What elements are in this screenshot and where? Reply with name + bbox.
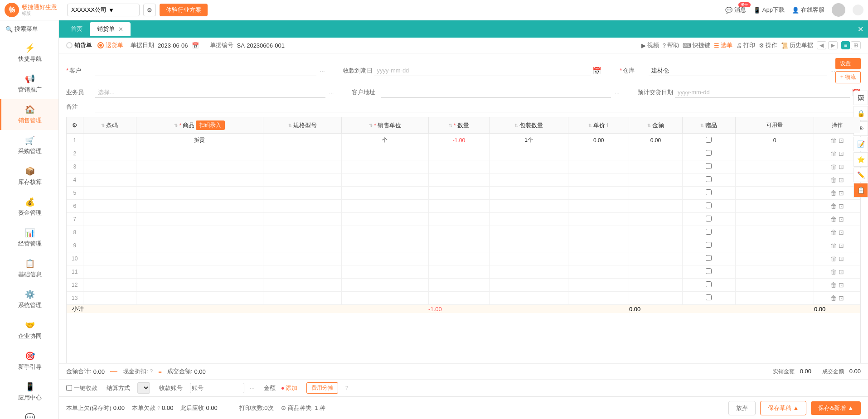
- cell-unit-price[interactable]: [568, 239, 629, 252]
- radio-return[interactable]: 退货单: [97, 41, 123, 49]
- cell-unit[interactable]: [342, 292, 428, 305]
- info-icon[interactable]: ℹ: [606, 122, 609, 129]
- float-note-icon[interactable]: 📝: [853, 137, 868, 151]
- abandon-button[interactable]: 放弃: [728, 401, 756, 415]
- sort-icon[interactable]: ⇅: [101, 123, 105, 128]
- gift-checkbox[interactable]: [706, 137, 712, 143]
- delete-icon[interactable]: 🗑: [830, 202, 837, 210]
- cell-pack-qty[interactable]: [490, 279, 568, 292]
- print-btn[interactable]: 🖨 打印: [736, 41, 755, 49]
- avatar-secondary[interactable]: [853, 5, 863, 15]
- logistics-button[interactable]: + 物流: [835, 71, 861, 83]
- radio-sale[interactable]: 销货单: [66, 41, 92, 49]
- cell-unit-price[interactable]: [568, 200, 629, 213]
- info-circle-icon[interactable]: ?: [150, 368, 153, 375]
- sort-icon[interactable]: ⇅: [647, 123, 651, 128]
- cell-qty[interactable]: [428, 292, 490, 305]
- calc-method-select[interactable]: [137, 382, 150, 394]
- sidebar-item-guide[interactable]: 🎯 新手引导: [0, 346, 58, 376]
- expense-help-icon[interactable]: ?: [345, 385, 349, 391]
- cell-qty[interactable]: [428, 173, 490, 187]
- copy-icon[interactable]: ⊡: [839, 268, 844, 275]
- notes-input[interactable]: [95, 101, 861, 112]
- customer-input[interactable]: [95, 65, 316, 76]
- cell-amount[interactable]: 0.00: [629, 134, 682, 147]
- form-settings-button[interactable]: 设置: [835, 58, 861, 69]
- cell-barcode[interactable]: [83, 160, 136, 173]
- cell-barcode[interactable]: [83, 265, 136, 279]
- cell-unit[interactable]: [342, 147, 428, 160]
- tab-home[interactable]: 首页: [63, 22, 90, 36]
- delete-icon[interactable]: 🗑: [830, 176, 837, 183]
- copy-icon[interactable]: ⊡: [839, 163, 844, 170]
- cell-spec[interactable]: [263, 239, 342, 252]
- history-btn[interactable]: 📜 历史单据: [781, 41, 813, 49]
- cell-product[interactable]: [136, 213, 263, 226]
- add-payment-btn[interactable]: ● 添加: [281, 384, 297, 392]
- warehouse-dots-icon[interactable]: ···: [830, 67, 835, 74]
- avatar[interactable]: [832, 3, 845, 17]
- cell-barcode[interactable]: [83, 252, 136, 265]
- cell-pack-qty[interactable]: [490, 292, 568, 305]
- cell-qty[interactable]: [428, 213, 490, 226]
- gift-checkbox[interactable]: [706, 268, 712, 274]
- help-btn[interactable]: ? 帮助: [663, 41, 679, 49]
- cell-product[interactable]: [136, 173, 263, 187]
- expected-delivery-input[interactable]: [675, 87, 850, 98]
- cell-gift[interactable]: [682, 239, 735, 252]
- float-pen-icon[interactable]: ✏️: [853, 168, 868, 182]
- delete-icon[interactable]: 🗑: [830, 268, 837, 275]
- float-star-icon[interactable]: ⭐: [853, 152, 868, 167]
- copy-icon[interactable]: ⊡: [839, 242, 844, 249]
- cell-unit-price[interactable]: [568, 173, 629, 187]
- trial-button[interactable]: 体验行业方案: [160, 4, 208, 16]
- cell-barcode[interactable]: [83, 226, 136, 239]
- sidebar-item-inventory[interactable]: 📦 库存核算: [0, 161, 58, 192]
- gift-checkbox[interactable]: [706, 150, 712, 156]
- gift-checkbox[interactable]: [706, 255, 712, 261]
- cell-gift[interactable]: [682, 200, 735, 213]
- customer-address-input[interactable]: [381, 87, 611, 98]
- customer-dots-icon[interactable]: ···: [320, 67, 325, 74]
- warehouse-input[interactable]: [649, 65, 827, 76]
- settings-icon[interactable]: ⚙: [143, 4, 156, 16]
- payment-due-input[interactable]: [374, 65, 591, 76]
- cell-gift[interactable]: [682, 187, 735, 200]
- sidebar-item-basics[interactable]: 📋 基础信息: [0, 253, 58, 284]
- cell-barcode[interactable]: [83, 292, 136, 305]
- copy-icon[interactable]: ⊡: [839, 137, 844, 144]
- cell-product[interactable]: [136, 226, 263, 239]
- copy-icon[interactable]: ⊡: [839, 189, 844, 197]
- sidebar-search[interactable]: 🔍 搜索菜单: [0, 20, 58, 38]
- cell-amount[interactable]: [629, 187, 682, 200]
- cell-spec[interactable]: [263, 160, 342, 173]
- cell-spec[interactable]: [263, 265, 342, 279]
- cell-product[interactable]: [136, 187, 263, 200]
- copy-icon[interactable]: ⊡: [839, 216, 844, 223]
- cell-barcode[interactable]: [83, 213, 136, 226]
- cell-product[interactable]: [136, 252, 263, 265]
- cell-spec[interactable]: [263, 173, 342, 187]
- cell-product[interactable]: [136, 265, 263, 279]
- cell-barcode[interactable]: [83, 239, 136, 252]
- delete-icon[interactable]: 🗑: [830, 150, 837, 157]
- cell-unit[interactable]: [342, 173, 428, 187]
- copy-icon[interactable]: ⊡: [839, 202, 844, 210]
- delete-icon[interactable]: 🗑: [830, 216, 837, 223]
- app-download-btn[interactable]: 📱 App下载: [753, 6, 785, 14]
- cell-barcode[interactable]: [83, 147, 136, 160]
- payment-calendar-icon[interactable]: 📅: [592, 67, 601, 75]
- cell-pack-qty[interactable]: [490, 187, 568, 200]
- cell-pack-qty[interactable]: [490, 252, 568, 265]
- sidebar-item-wechat[interactable]: 💬 企业微信: [0, 407, 58, 419]
- tab-close-icon[interactable]: ✕: [118, 26, 123, 33]
- cell-gift[interactable]: [682, 265, 735, 279]
- online-service-btn[interactable]: 👤 在线客服: [792, 6, 824, 14]
- grid-view-btn[interactable]: ⊞: [851, 41, 861, 49]
- gift-checkbox[interactable]: [706, 163, 712, 169]
- address-dots-icon[interactable]: ···: [615, 89, 620, 96]
- cell-barcode[interactable]: [83, 279, 136, 292]
- sort-icon[interactable]: ⇅: [514, 123, 518, 128]
- delete-icon[interactable]: 🗑: [830, 255, 837, 262]
- cell-amount[interactable]: [629, 265, 682, 279]
